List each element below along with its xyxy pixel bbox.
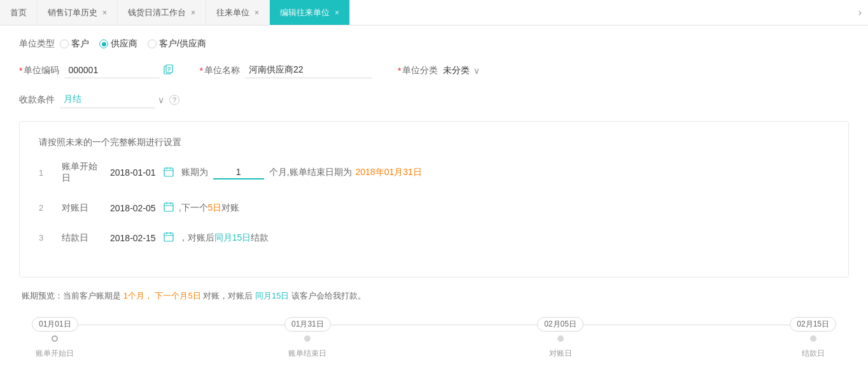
row-label-2: 对账日 [62,202,100,214]
classify-dropdown-arrow[interactable]: ∨ [473,66,480,76]
timeline-node-3: 02月15日 结款日 [790,317,836,359]
preview-part2: 下一个月5日 [155,291,200,300]
tab-cash-workbench-close[interactable]: × [191,8,195,17]
unit-type-label: 单位类型 [19,38,55,50]
payment-row-3: 3 结款日 2018-02-15 ，对账后 同月15日 结款 [39,232,829,244]
code-name-classify-row: * 单位编码 * 单位名称 * 单位分类 未分类 ∨ [19,62,849,78]
preview-part5: 该客户会给我打款。 [291,291,366,300]
payment-row-2: 2 对账日 2018-02-05 ,下一个 5日 对账 [39,202,829,214]
tab-partner-label: 往来单位 [216,7,249,18]
timeline-label-0: 账单开始日 [36,348,74,359]
name-required-star: * [199,66,202,76]
timeline-label-2: 对账日 [549,348,572,359]
timeline-badge-0: 01月01日 [32,317,78,332]
radio-both-circle [148,39,157,48]
radio-customer-label: 客户 [71,38,89,50]
row-3-highlight: 同月15日 [214,232,251,244]
row-2-highlight: 5日 [208,202,222,214]
code-required-star: * [19,66,22,76]
unit-name-group: * 单位名称 [199,62,372,78]
unit-code-input[interactable] [64,62,160,78]
payment-box-title: 请按照未来的一个完整帐期进行设置 [39,137,829,148]
row-calendar-1[interactable] [164,167,174,179]
payment-help-icon[interactable]: ? [169,95,179,105]
unit-classify-group: * 单位分类 未分类 ∨ [398,65,480,76]
payment-box: 请按照未来的一个完整帐期进行设置 1 账单开始日 2018-01-01 账期为 … [19,121,849,278]
payment-select-value: 月结 [60,91,155,108]
row-date-1: 2018-01-01 [110,167,156,178]
unit-code-label: 单位编码 [24,65,59,76]
payment-row-1: 1 账单开始日 2018-01-01 账期为 个月,账单结束日期为 2018年0… [39,161,829,184]
payment-condition-label: 收款条件 [19,94,55,106]
row-label-1: 账单开始日 [62,161,100,184]
row-period-prefix: 账期为 [181,167,208,178]
row-calendar-3[interactable] [164,232,174,244]
timeline-dot-1 [304,335,311,342]
tab-sales-history[interactable]: 销售订单历史 × [38,0,118,25]
timeline-node-1: 01月31日 账单结束日 [284,317,331,359]
preview-part1: 1个月， [123,291,153,300]
preview-section: 账期预览：当前客户账期是 1个月， 下一个月5日 对账，对账后 同月15日 该客… [19,290,849,302]
timeline-badge-2: 02月05日 [537,317,584,332]
radio-both[interactable]: 客户/供应商 [148,38,206,50]
svg-rect-5 [164,168,173,176]
unit-name-input[interactable] [245,62,372,78]
radio-customer-circle [60,39,69,48]
timeline-dot-0 [52,335,58,342]
tab-sales-history-close[interactable]: × [102,8,107,17]
row-num-3: 3 [39,233,52,243]
row-2-prefix: ,下一个 [179,202,208,214]
row-3-prefix: ，对账后 [179,232,214,244]
timeline-node-0: 01月01日 账单开始日 [32,317,78,359]
row-3-tail: 结款 [251,232,269,244]
timeline-label-3: 结款日 [802,348,825,359]
timeline-badge-3: 02月15日 [790,317,836,332]
row-period-unit: 个月,账单结束日期为 [269,167,352,178]
row-num-1: 1 [39,168,52,178]
tab-partner-close[interactable]: × [255,8,259,17]
payment-select-group: 月结 ∨ [60,91,164,108]
unit-classify-label: 单位分类 [402,65,438,76]
radio-customer[interactable]: 客户 [60,38,89,50]
unit-code-group: * 单位编码 [19,62,174,78]
tabs-scroll-arrow[interactable]: › [852,7,868,18]
classify-required-star: * [398,66,401,76]
tabs-bar: 首页 销售订单历史 × 钱货日清工作台 × 往来单位 × 编辑往来单位 × › [0,0,868,25]
payment-condition-row: 收款条件 月结 ∨ ? [19,91,849,108]
tab-edit-partner-label: 编辑往来单位 [280,7,330,18]
unit-classify-value: 未分类 [443,65,470,76]
row-calendar-2[interactable] [164,202,174,214]
tab-home[interactable]: 首页 [0,0,38,25]
main-content: 单位类型 客户 供应商 客户/供应商 * 单位编码 [0,25,868,387]
row-date-2: 2018-02-05 [110,203,156,213]
timeline: 01月01日 账单开始日 01月31日 账单结束日 02月05日 对账日 02月… [19,317,849,359]
payment-dropdown-arrow[interactable]: ∨ [158,95,164,105]
radio-both-label: 客户/供应商 [159,38,206,50]
tab-edit-partner[interactable]: 编辑往来单位 × [270,0,350,25]
unit-type-radio-group: 客户 供应商 客户/供应商 [60,38,206,50]
timeline-node-2: 02月05日 对账日 [537,317,584,359]
row-2-tail: 对账 [221,202,239,214]
row-date-3: 2018-02-15 [110,233,156,243]
radio-supplier[interactable]: 供应商 [99,38,137,50]
timeline-dot-2 [557,335,564,342]
tab-partner[interactable]: 往来单位 × [206,0,270,25]
timeline-label-1: 账单结束日 [288,348,326,359]
svg-rect-9 [164,203,173,211]
row-label-3: 结款日 [62,232,100,244]
row-num-2: 2 [39,203,52,213]
unit-type-row: 单位类型 客户 供应商 客户/供应商 [19,38,849,50]
tab-sales-history-label: 销售订单历史 [48,7,97,18]
svg-rect-13 [164,233,173,241]
timeline-dot-3 [810,335,816,342]
radio-supplier-label: 供应商 [111,38,137,50]
preview-part3: 对账，对账后 [203,291,253,300]
timeline-nodes: 01月01日 账单开始日 01月31日 账单结束日 02月05日 对账日 02月… [32,317,836,359]
period-months-input[interactable] [213,165,264,179]
preview-part4: 同月15日 [255,291,289,300]
tab-edit-partner-close[interactable]: × [335,8,339,17]
preview-prefix: 账期预览：当前客户账期是 [22,291,121,300]
row-period-end: 2018年01月31日 [356,167,422,178]
code-copy-icon[interactable] [164,64,174,76]
tab-cash-workbench[interactable]: 钱货日清工作台 × [118,0,206,25]
